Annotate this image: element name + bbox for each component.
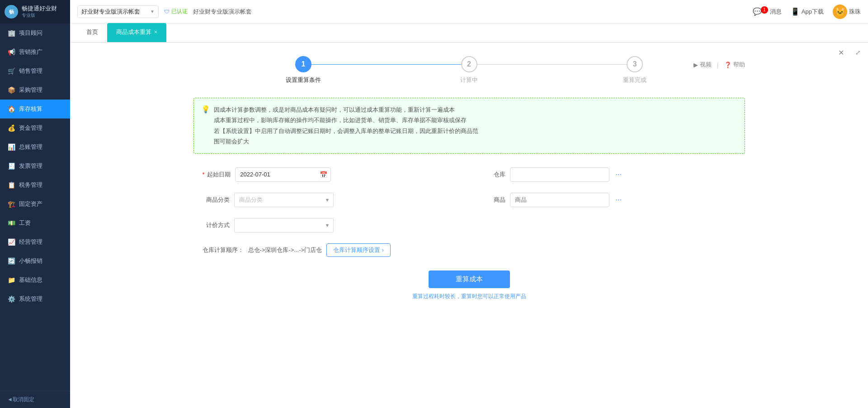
help-button[interactable]: ❓ 帮助 bbox=[724, 61, 745, 69]
tax-icon: 📋 bbox=[7, 181, 15, 189]
form-row-1: * 起始日期 📅 仓库 ··· bbox=[203, 167, 736, 182]
sidebar-item-marketing[interactable]: 📢 营销推广 bbox=[0, 43, 70, 62]
purchase-icon: 📦 bbox=[7, 86, 15, 94]
notice-icon: 💡 bbox=[201, 105, 210, 147]
notice-text: 因成本计算参数调整，或是对商品成本有疑问时，可以通过成本重算功能，重新计算一遍成… bbox=[214, 104, 478, 147]
warehouse-order-row: 仓库计算顺序： 总仓->深圳仓库->...->门店仓 仓库计算顺序设置 › bbox=[203, 243, 736, 257]
sidebar-item-basic[interactable]: 📁 基础信息 bbox=[0, 270, 70, 289]
message-action[interactable]: 💬 1 消息 bbox=[753, 7, 782, 16]
notification-badge: 1 bbox=[761, 6, 768, 14]
steps-container: 1 设置重算条件 2 计算中 bbox=[193, 56, 745, 84]
step-2-circle: 2 bbox=[461, 56, 477, 72]
sidebar-item-ops[interactable]: 📈 经营管理 bbox=[0, 232, 70, 251]
sidebar-item-system[interactable]: ⚙️ 系统管理 bbox=[0, 289, 70, 308]
step-3-label: 重算完成 bbox=[623, 76, 646, 84]
sales-icon: 🛒 bbox=[7, 67, 15, 75]
tab-home-label: 首页 bbox=[86, 28, 98, 36]
salary-icon: 💵 bbox=[7, 219, 15, 227]
goods-label: 商品 bbox=[478, 196, 505, 204]
project-icon: 🏢 bbox=[7, 29, 15, 37]
expense-icon: 🔄 bbox=[7, 257, 15, 265]
user-profile-action[interactable]: 🐱 珠珠 bbox=[833, 5, 861, 19]
top-bar: 好业财专业版演示帐套 ▼ 🛡 已认证 好业财专业版演示帐套 💬 1 消息 📱 A… bbox=[70, 0, 868, 24]
expand-window-button[interactable]: ⤢ bbox=[852, 46, 864, 59]
recalculate-button[interactable]: 重算成本 bbox=[429, 270, 510, 288]
sidebar-item-purchase[interactable]: 📦 采购管理 bbox=[0, 81, 70, 100]
sidebar-item-sales[interactable]: 🛒 销售管理 bbox=[0, 62, 70, 81]
form-group-warehouse: 仓库 ··· bbox=[478, 167, 736, 182]
video-help-button[interactable]: ▶ 视频 bbox=[693, 61, 712, 69]
start-date-input[interactable] bbox=[235, 167, 331, 182]
step-2-line bbox=[477, 64, 627, 65]
warehouse-order-label: 仓库计算顺序： bbox=[203, 246, 244, 254]
chevron-down-icon: ▼ bbox=[150, 9, 155, 14]
warehouse-order-value: 总仓->深圳仓库->...->门店仓 bbox=[248, 246, 322, 254]
content-area: ✕ ⤢ 1 设置重算条件 bbox=[70, 43, 868, 408]
sidebar-item-label: 营销推广 bbox=[19, 48, 42, 56]
question-icon: ❓ bbox=[724, 62, 731, 68]
sidebar-item-finance[interactable]: 💰 资金管理 bbox=[0, 119, 70, 138]
tab-close-icon[interactable]: × bbox=[154, 29, 157, 35]
sidebar-item-inventory[interactable]: 🏠 库存核算 bbox=[0, 100, 70, 119]
sidebar-item-label: 税务管理 bbox=[19, 181, 42, 189]
basic-icon: 📁 bbox=[7, 276, 15, 284]
step-1-line bbox=[311, 64, 461, 65]
steps-wrapper: 1 设置重算条件 2 计算中 bbox=[193, 56, 745, 84]
app-download-action[interactable]: 📱 App下载 bbox=[791, 7, 824, 16]
tab-home[interactable]: 首页 bbox=[77, 23, 107, 42]
tab-cost-recalc[interactable]: 商品成本重算 × bbox=[107, 23, 166, 42]
play-icon: ▶ bbox=[693, 62, 698, 68]
sidebar-item-label: 固定资产 bbox=[19, 200, 42, 208]
warehouse-order-settings-button[interactable]: 仓库计算顺序设置 › bbox=[326, 243, 391, 257]
sidebar-item-salary[interactable]: 💵 工资 bbox=[0, 213, 70, 232]
category-select[interactable]: 商品分类 bbox=[234, 193, 334, 207]
window-controls: ✕ ⤢ bbox=[831, 43, 868, 62]
form-row-2: 商品分类 商品分类 ▼ 商品 ··· bbox=[203, 193, 736, 207]
finance-icon: 💰 bbox=[7, 124, 15, 132]
sidebar-item-label: 总账管理 bbox=[19, 143, 42, 151]
form-row-3: 计价方式 ▼ bbox=[203, 218, 736, 232]
account-name: 好业财专业版演示帐套 bbox=[81, 8, 140, 16]
sidebar-item-accounting[interactable]: 📊 总账管理 bbox=[0, 138, 70, 157]
sidebar-item-label: 基础信息 bbox=[19, 276, 42, 284]
sidebar-item-label: 系统管理 bbox=[19, 295, 42, 303]
sidebar-item-label: 工资 bbox=[19, 219, 31, 227]
form-group-pricing: 计价方式 ▼ bbox=[203, 218, 460, 232]
ops-icon: 📈 bbox=[7, 238, 15, 246]
sidebar-item-invoice[interactable]: 🧾 发票管理 bbox=[0, 157, 70, 176]
sidebar: 畅 畅捷通好业财 专业版 🏢 项目顾问 📢 营销推广 🛒 销售管理 📦 采购管理… bbox=[0, 0, 70, 408]
pricing-select[interactable] bbox=[234, 218, 334, 232]
pricing-select-wrapper: ▼ bbox=[234, 218, 334, 232]
sidebar-item-expense[interactable]: 🔄 小畅报销 bbox=[0, 251, 70, 270]
close-window-button[interactable]: ✕ bbox=[835, 46, 847, 59]
app-logo-icon: 畅 bbox=[5, 5, 18, 19]
calendar-icon[interactable]: 📅 bbox=[320, 171, 327, 178]
app-edition: 专业版 bbox=[22, 12, 57, 19]
sidebar-item-label: 发票管理 bbox=[19, 162, 42, 170]
form-group-goods: 商品 ··· bbox=[478, 193, 736, 207]
sidebar-item-label: 资金管理 bbox=[19, 124, 42, 132]
avatar: 🐱 bbox=[833, 5, 847, 19]
sidebar-item-label: 库存核算 bbox=[19, 105, 42, 113]
warehouse-dots-button[interactable]: ··· bbox=[614, 171, 623, 179]
content-inner: 1 设置重算条件 2 计算中 bbox=[175, 43, 763, 314]
main-area: 好业财专业版演示帐套 ▼ 🛡 已认证 好业财专业版演示帐套 💬 1 消息 📱 A… bbox=[70, 0, 868, 408]
account-selector[interactable]: 好业财专业版演示帐套 ▼ bbox=[77, 5, 159, 18]
sidebar-item-assets[interactable]: 🏗️ 固定资产 bbox=[0, 195, 70, 213]
goods-dots-button[interactable]: ··· bbox=[614, 196, 623, 204]
help-icons: ▶ 视频 | ❓ 帮助 bbox=[693, 61, 745, 69]
sidebar-pin-toggle[interactable]: ◄取消固定 bbox=[0, 391, 70, 408]
step-1-circle: 1 bbox=[295, 56, 311, 72]
sidebar-item-project[interactable]: 🏢 项目顾问 bbox=[0, 24, 70, 43]
start-date-label: * 起始日期 bbox=[203, 171, 231, 179]
goods-input[interactable] bbox=[510, 193, 609, 207]
warehouse-label: 仓库 bbox=[478, 171, 505, 179]
assets-icon: 🏗️ bbox=[7, 200, 15, 208]
pricing-label: 计价方式 bbox=[203, 221, 230, 229]
sidebar-item-tax[interactable]: 📋 税务管理 bbox=[0, 176, 70, 195]
step-1: 1 设置重算条件 bbox=[221, 56, 387, 84]
form-section: * 起始日期 📅 仓库 ··· bbox=[193, 167, 745, 300]
invoice-icon: 🧾 bbox=[7, 162, 15, 170]
warehouse-input[interactable] bbox=[510, 167, 609, 182]
step-2-label: 计算中 bbox=[460, 76, 478, 84]
